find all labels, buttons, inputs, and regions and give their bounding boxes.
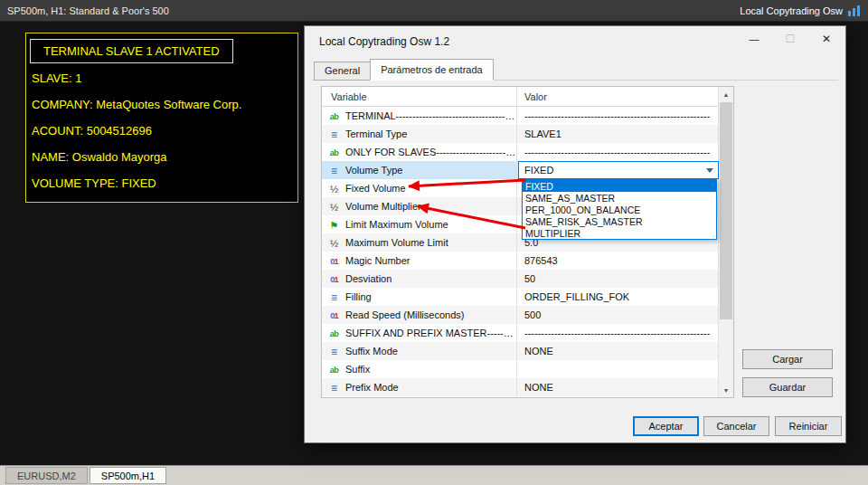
param-name: SUFFIX AND PREFIX MASTER----------------… (345, 328, 516, 338)
tab-parametros-de-entrada[interactable]: Parámetros de entrada (370, 59, 494, 81)
param-value: 500 (524, 309, 718, 320)
close-button[interactable] (808, 27, 844, 51)
enum-icon (327, 288, 341, 306)
string-icon (327, 324, 341, 342)
window-title-bar: SP500m, H1: Standard & Poor's 500 Local … (0, 0, 868, 22)
dialog-title: Local Copytrading Osw 1.2 (319, 35, 449, 48)
reiniciar-button[interactable]: Reiniciar (775, 416, 842, 436)
enum-icon (327, 378, 341, 396)
enum-icon (327, 161, 341, 179)
column-header-valor: Valor (517, 87, 733, 106)
integer-icon (327, 306, 341, 324)
scroll-up-icon[interactable] (719, 87, 733, 101)
param-value: 876543 (524, 255, 718, 266)
param-value: SLAVE1 (524, 128, 718, 139)
dropdown-option-same-risk-as-master[interactable]: SAME_RISK_AS_MASTER (523, 215, 716, 227)
slave-line: SLAVE: 1 (26, 65, 297, 91)
param-name: Volume Multiplier (345, 201, 516, 212)
chart-tab-eurusd-m2[interactable]: EURUSD,M2 (5, 467, 88, 484)
param-value: NONE (524, 382, 718, 393)
ea-name-label: Local Copytrading Osw (740, 5, 843, 16)
param-name: Suffix Mode (345, 346, 516, 357)
maximize-button (772, 27, 808, 51)
param-row-suffix[interactable]: Suffix (322, 360, 718, 378)
param-value: ----------------------------------------… (524, 110, 718, 121)
param-name: ONLY FOR SLAVES-------------------------… (345, 147, 516, 157)
volume-type-dropdown: FIXED SAME_AS_MASTER PER_1000_ON_BALANCE… (522, 179, 717, 240)
grid-body: TERMINAL--------------------------------… (322, 107, 718, 397)
string-icon (327, 143, 341, 161)
param-name: Read Speed (Milliseconds) (345, 309, 516, 320)
param-row-prefix-mode[interactable]: Prefix Mode NONE (322, 378, 718, 396)
param-row-magic-number[interactable]: Magic Number 876543 (322, 252, 718, 270)
param-value: ----------------------------------------… (524, 147, 718, 157)
param-row-desviation[interactable]: Desviation 50 (322, 270, 718, 288)
param-name: Volume Type (345, 165, 516, 176)
param-value: NONE (524, 346, 718, 357)
param-value: ----------------------------------------… (524, 328, 718, 338)
param-name: Prefix Mode (345, 382, 516, 393)
scroll-down-icon[interactable] (719, 383, 733, 397)
company-line: COMPANY: MetaQuotes Software Corp. (26, 91, 297, 118)
string-icon (327, 360, 341, 378)
double-icon (327, 179, 341, 197)
terminal-activated-banner: TERMINAL SLAVE 1 ACTIVATED (30, 39, 233, 63)
window-controls (736, 27, 844, 51)
parameters-grid: Variable Valor TERMINAL-----------------… (321, 86, 734, 398)
param-row-only-for-slaves[interactable]: ONLY FOR SLAVES-------------------------… (322, 143, 718, 161)
volume-type-line: VOLUME TYPE: FIXED (26, 170, 297, 196)
dropdown-option-fixed[interactable]: FIXED (523, 180, 716, 192)
double-icon (327, 233, 341, 252)
string-icon (327, 107, 341, 125)
integer-icon (327, 252, 341, 270)
scrollbar-thumb[interactable] (720, 102, 732, 319)
param-name: Suffix (345, 364, 516, 375)
flag-icon (327, 215, 341, 233)
param-row-terminal-type[interactable]: Terminal Type SLAVE1 (322, 125, 718, 143)
param-name: Maximum Volume Limit (345, 237, 516, 248)
chevron-down-icon (702, 168, 718, 173)
chart-title: SP500m, H1: Standard & Poor's 500 (7, 5, 169, 16)
enum-icon (327, 125, 341, 143)
grid-scrollbar[interactable] (718, 87, 733, 397)
cancelar-button[interactable]: Cancelar (703, 416, 769, 436)
name-line: NAME: Oswaldo Mayorga (26, 144, 297, 170)
dropdown-option-per-1000-on-balance[interactable]: PER_1000_ON_BALANCE (523, 204, 716, 215)
param-name: Magic Number (345, 255, 516, 266)
param-name: Terminal Type (345, 128, 516, 139)
grid-header: Variable Valor (322, 87, 733, 107)
param-value: 50 (524, 273, 718, 284)
dialog-tabs: General Parámetros de entrada (314, 60, 493, 81)
dropdown-option-multiplier[interactable]: MULTIPLIER (523, 227, 716, 239)
param-value: ORDER_FILLING_FOK (524, 291, 718, 302)
integer-icon (327, 270, 341, 288)
local-copytrading-dialog: Local Copytrading Osw 1.2 General Paráme… (304, 25, 846, 443)
aceptar-button[interactable]: Aceptar (633, 416, 699, 436)
param-row-suffix-prefix-header[interactable]: SUFFIX AND PREFIX MASTER----------------… (322, 324, 718, 342)
param-name: Fixed Volume (345, 183, 516, 194)
account-line: ACOUNT: 5004512696 (26, 118, 297, 144)
column-header-variable: Variable (322, 87, 517, 106)
guardar-button[interactable]: Guardar (742, 377, 833, 397)
param-name: Limit Maximum Volume (345, 219, 516, 230)
param-name: TERMINAL--------------------------------… (345, 110, 516, 121)
param-row-read-speed[interactable]: Read Speed (Milliseconds) 500 (322, 306, 718, 324)
tab-general[interactable]: General (314, 62, 371, 81)
ea-icon (848, 5, 861, 16)
ea-title-cluster: Local Copytrading Osw (740, 5, 861, 16)
param-row-filling[interactable]: Filling ORDER_FILLING_FOK (322, 288, 718, 306)
param-row-terminal-header[interactable]: TERMINAL--------------------------------… (322, 107, 718, 125)
dropdown-option-same-as-master[interactable]: SAME_AS_MASTER (523, 192, 716, 204)
param-row-suffix-mode[interactable]: Suffix Mode NONE (322, 342, 718, 360)
enum-icon (327, 342, 341, 360)
ea-comment-panel: TERMINAL SLAVE 1 ACTIVATED SLAVE: 1 COMP… (25, 33, 298, 203)
param-name: Desviation (345, 273, 516, 284)
combobox-value: FIXED (519, 165, 702, 176)
chart-tab-sp500m-h1[interactable]: SP500m,H1 (90, 467, 166, 484)
minimize-button[interactable] (736, 27, 772, 51)
param-name: Filling (345, 291, 516, 302)
cargar-button[interactable]: Cargar (742, 349, 833, 369)
chart-tabs-bar: EURUSD,M2 SP500m,H1 (0, 465, 868, 485)
volume-type-combobox[interactable]: FIXED (518, 161, 719, 179)
double-icon (327, 197, 341, 215)
